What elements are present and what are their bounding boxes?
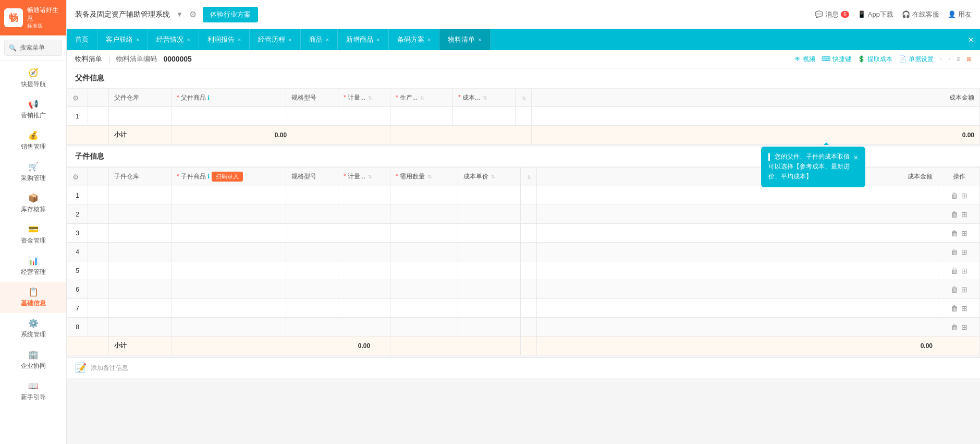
- child-row-1-unit[interactable]: [338, 186, 390, 205]
- parent-row-1-unit[interactable]: [338, 107, 390, 126]
- tab-home[interactable]: 首页: [67, 29, 97, 50]
- parent-row-1-production[interactable]: [390, 107, 453, 126]
- copy-row-7-button[interactable]: ⊞: [961, 304, 967, 313]
- copy-row-5-button[interactable]: ⊞: [961, 267, 967, 275]
- child-row-1-quantity[interactable]: [390, 186, 458, 205]
- topbar-settings-icon[interactable]: ⚙: [189, 9, 197, 19]
- tab-new-goods[interactable]: 新增商品 ×: [338, 29, 388, 50]
- child-row-1-warehouse[interactable]: [109, 186, 172, 205]
- tab-new-goods-close[interactable]: ×: [376, 37, 379, 43]
- list-view-button[interactable]: ≡: [957, 55, 960, 63]
- child-row-8-product[interactable]: [172, 318, 286, 337]
- search-menu-button[interactable]: 🔍 搜索菜单: [4, 40, 62, 56]
- action-shortcut[interactable]: ⌨ 快捷键: [822, 55, 851, 64]
- app-download-item[interactable]: 📱 App下载: [858, 10, 893, 19]
- delete-row-3-button[interactable]: 🗑: [951, 229, 958, 237]
- child-row-6-unit-cost[interactable]: [458, 280, 521, 299]
- delete-row-7-button[interactable]: 🗑: [951, 304, 958, 313]
- delete-row-2-button[interactable]: 🗑: [951, 210, 958, 219]
- online-service-item[interactable]: 🎧 在线客服: [902, 10, 939, 19]
- child-row-4-warehouse[interactable]: [109, 243, 172, 261]
- child-row-8-unit-cost[interactable]: [458, 318, 521, 337]
- action-view[interactable]: 👁 视频: [794, 55, 815, 64]
- child-row-2-unit[interactable]: [338, 205, 390, 224]
- messages-item[interactable]: 💬 消息 6: [815, 10, 849, 19]
- parent-row-1-spec[interactable]: [286, 107, 338, 126]
- copy-row-6-button[interactable]: ⊞: [961, 285, 967, 294]
- child-row-7-quantity[interactable]: [390, 299, 458, 318]
- child-row-5-warehouse[interactable]: [109, 261, 172, 280]
- delete-row-5-button[interactable]: 🗑: [951, 267, 958, 275]
- child-row-6-product[interactable]: [172, 280, 286, 299]
- delete-row-6-button[interactable]: 🗑: [951, 285, 958, 294]
- child-row-7-unit-cost[interactable]: [458, 299, 521, 318]
- child-row-3-warehouse[interactable]: [109, 224, 172, 243]
- child-row-8-quantity[interactable]: [390, 318, 458, 337]
- child-row-6-quantity[interactable]: [390, 280, 458, 299]
- child-row-3-unit[interactable]: [338, 224, 390, 243]
- user-item[interactable]: 👤 用友: [948, 10, 972, 19]
- parent-row-1-cost[interactable]: [453, 107, 516, 126]
- copy-row-1-button[interactable]: ⊞: [961, 191, 967, 200]
- child-row-4-quantity[interactable]: [390, 243, 458, 261]
- sidebar-item-quick-nav[interactable]: 🧭 快捷导航: [0, 63, 66, 94]
- child-row-2-product[interactable]: [172, 205, 286, 224]
- child-row-4-unit-cost[interactable]: [458, 243, 521, 261]
- child-row-2-spec[interactable]: [286, 205, 338, 224]
- child-row-4-unit[interactable]: [338, 243, 390, 261]
- sidebar-item-sales[interactable]: 💰 销售管理: [0, 125, 66, 157]
- copy-row-2-button[interactable]: ⊞: [961, 210, 967, 219]
- tooltip-close-button[interactable]: ×: [854, 152, 858, 163]
- delete-row-8-button[interactable]: 🗑: [951, 323, 958, 331]
- child-row-3-quantity[interactable]: [390, 224, 458, 243]
- tab-operations-close[interactable]: ×: [187, 37, 190, 43]
- copy-row-3-button[interactable]: ⊞: [961, 229, 967, 237]
- grid-view-button[interactable]: ⊞: [966, 55, 972, 63]
- child-row-7-product[interactable]: [172, 299, 286, 318]
- sidebar-search[interactable]: 🔍 搜索菜单: [0, 35, 66, 61]
- tab-operations[interactable]: 经营情况 ×: [148, 29, 199, 50]
- tab-customers[interactable]: 客户联络 ×: [97, 29, 148, 50]
- tab-history[interactable]: 经营历程 ×: [250, 29, 300, 50]
- sidebar-item-basic-info[interactable]: 📋 基础信息: [0, 282, 66, 313]
- child-row-3-spec[interactable]: [286, 224, 338, 243]
- parent-row-1-product[interactable]: [172, 107, 286, 126]
- tab-goods[interactable]: 商品 ×: [301, 29, 338, 50]
- note-placeholder[interactable]: 添加备注信息: [91, 364, 128, 373]
- scan-input-button[interactable]: 扫码录入: [212, 172, 243, 182]
- child-row-2-unit-cost[interactable]: [458, 205, 521, 224]
- nav-tabs-close-all[interactable]: ✕: [962, 36, 980, 44]
- child-row-5-unit-cost[interactable]: [458, 261, 521, 280]
- sidebar-item-enterprise[interactable]: 🏢 企业协同: [0, 344, 66, 376]
- breadcrumb-bom[interactable]: 物料清单: [75, 54, 102, 64]
- sidebar-item-marketing[interactable]: 📢 营销推广: [0, 94, 66, 125]
- action-doc-settings[interactable]: 📄 单据设置: [899, 55, 934, 64]
- child-row-2-warehouse[interactable]: [109, 205, 172, 224]
- child-row-7-unit[interactable]: [338, 299, 390, 318]
- tab-bom-close[interactable]: ×: [478, 37, 481, 43]
- child-row-5-quantity[interactable]: [390, 261, 458, 280]
- child-row-6-spec[interactable]: [286, 280, 338, 299]
- child-col-gear[interactable]: ⚙: [67, 167, 88, 186]
- tab-customers-close[interactable]: ×: [136, 37, 139, 43]
- child-row-5-spec[interactable]: [286, 261, 338, 280]
- child-row-4-spec[interactable]: [286, 243, 338, 261]
- sidebar-item-purchase[interactable]: 🛒 采购管理: [0, 157, 66, 188]
- child-row-3-product[interactable]: [172, 224, 286, 243]
- tab-bom[interactable]: 物料清单 ×: [439, 29, 490, 50]
- parent-row-1-warehouse[interactable]: [109, 107, 172, 126]
- child-row-3-unit-cost[interactable]: [458, 224, 521, 243]
- sidebar-item-system[interactable]: ⚙️ 系统管理: [0, 313, 66, 344]
- child-row-7-warehouse[interactable]: [109, 299, 172, 318]
- child-row-4-product[interactable]: [172, 243, 286, 261]
- tab-profit[interactable]: 利润报告 ×: [199, 29, 250, 50]
- copy-row-8-button[interactable]: ⊞: [961, 323, 967, 331]
- tab-profit-close[interactable]: ×: [238, 37, 241, 43]
- sidebar-item-inventory[interactable]: 📦 库存核算: [0, 188, 66, 219]
- sidebar-item-finance[interactable]: 💳 资金管理: [0, 219, 66, 250]
- tab-goods-close[interactable]: ×: [326, 37, 329, 43]
- topbar-dropdown-icon[interactable]: ▼: [176, 10, 183, 18]
- tab-history-close[interactable]: ×: [288, 37, 291, 43]
- tab-barcode[interactable]: 条码方案 ×: [389, 29, 439, 50]
- sidebar-item-guide[interactable]: 📖 新手引导: [0, 376, 66, 407]
